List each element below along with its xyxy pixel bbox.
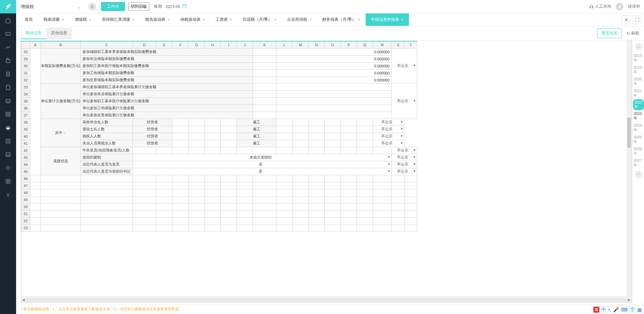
doc-icon[interactable] (88, 3, 96, 11)
chevron-down-icon: ⌄ (77, 4, 82, 9)
period-value: 2023-09 (165, 4, 180, 9)
consult-label: 人工咨询 (595, 4, 611, 9)
app-header: 增值税 ⌄ 工作台 切到旧版 账期 2023-09 人工咨询 徐泽华 (0, 0, 644, 13)
old-version-button[interactable]: 切到旧版 (128, 2, 149, 11)
calendar-icon[interactable] (182, 4, 187, 9)
feather-icon (4, 3, 12, 11)
app-logo (0, 0, 16, 13)
svg-rect-3 (183, 5, 186, 8)
avatar[interactable] (616, 3, 623, 10)
svg-rect-1 (92, 6, 93, 6)
username: 徐泽华 (628, 4, 640, 9)
svg-rect-2 (92, 6, 93, 7)
period-label: 账期 (154, 4, 162, 9)
workbench-button[interactable]: 工作台 (101, 2, 125, 11)
svg-point-7 (619, 5, 621, 7)
headset-icon (589, 4, 594, 9)
entity-selector[interactable]: 增值税 ⌄ (16, 4, 86, 10)
consult-link[interactable]: 人工咨询 (589, 4, 611, 9)
entity-name: 增值税 (21, 4, 34, 10)
